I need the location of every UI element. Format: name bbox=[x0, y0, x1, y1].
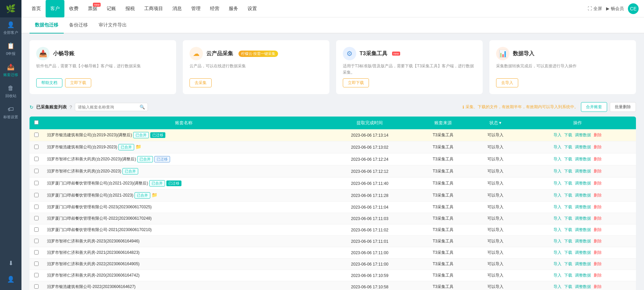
sidebar-item-tag-settings[interactable]: 🏷 标签设置 bbox=[0, 102, 21, 123]
action-导入[interactable]: 导入 bbox=[552, 238, 563, 244]
action-调整数据[interactable]: 调整数据 bbox=[574, 273, 592, 278]
refresh-icon[interactable]: ↻ bbox=[30, 104, 34, 110]
row-checkbox[interactable] bbox=[34, 169, 39, 173]
sidebar-item-recycle[interactable]: 🗑 回收站 bbox=[0, 81, 21, 102]
nav-account[interactable]: 记账 bbox=[102, 0, 121, 17]
row-checkbox[interactable] bbox=[34, 273, 39, 277]
action-导入[interactable]: 导入 bbox=[552, 180, 563, 186]
action-调整数据[interactable]: 调整数据 bbox=[574, 250, 592, 256]
action-下载[interactable]: 下载 bbox=[563, 144, 574, 150]
action-下载[interactable]: 下载 bbox=[563, 168, 574, 174]
action-下载[interactable]: 下载 bbox=[563, 204, 574, 210]
action-导入[interactable]: 导入 bbox=[552, 284, 563, 290]
action-调整数据[interactable]: 调整数据 bbox=[574, 132, 592, 138]
help-icon[interactable]: ? bbox=[69, 104, 72, 110]
member-button[interactable]: ▶ 畅会员 bbox=[606, 6, 624, 12]
action-调整数据[interactable]: 调整数据 bbox=[574, 180, 592, 186]
action-下载[interactable]: 下载 bbox=[563, 193, 574, 198]
nav-msg[interactable]: 消息 bbox=[168, 0, 186, 17]
action-删除[interactable]: 删除 bbox=[592, 193, 603, 198]
action-调整数据[interactable]: 调整数据 bbox=[574, 227, 592, 233]
sidebar-item-zero-report[interactable]: 📋 0申报 bbox=[0, 39, 21, 60]
help-doc-button[interactable]: 帮助文档 bbox=[36, 78, 62, 87]
action-导入[interactable]: 导入 bbox=[552, 144, 563, 150]
action-导入[interactable]: 导入 bbox=[552, 193, 563, 198]
action-导入[interactable]: 导入 bbox=[552, 168, 563, 174]
merge-button[interactable]: 合并账套 bbox=[581, 102, 607, 112]
nav-service[interactable]: 服务 bbox=[224, 0, 243, 17]
go-import-button[interactable]: 去导入 bbox=[496, 78, 518, 87]
action-删除[interactable]: 删除 bbox=[592, 180, 603, 186]
row-checkbox[interactable] bbox=[34, 145, 39, 149]
action-删除[interactable]: 删除 bbox=[592, 250, 603, 256]
action-删除[interactable]: 删除 bbox=[592, 273, 603, 278]
row-checkbox[interactable] bbox=[34, 193, 39, 197]
action-下载[interactable]: 下载 bbox=[563, 250, 574, 256]
tab-data-migrate[interactable]: 数据包迁移 bbox=[30, 17, 64, 33]
action-删除[interactable]: 删除 bbox=[592, 156, 603, 162]
action-下载[interactable]: 下载 bbox=[563, 216, 574, 221]
nav-customer[interactable]: 客户 bbox=[46, 0, 64, 17]
row-checkbox[interactable] bbox=[34, 239, 39, 243]
action-下载[interactable]: 下载 bbox=[563, 273, 574, 278]
action-删除[interactable]: 删除 bbox=[592, 238, 603, 244]
action-导入[interactable]: 导入 bbox=[552, 216, 563, 221]
t3-download-button[interactable]: 立即下载 bbox=[343, 78, 369, 87]
row-checkbox[interactable] bbox=[34, 157, 39, 161]
action-导入[interactable]: 导入 bbox=[552, 273, 563, 278]
action-下载[interactable]: 下载 bbox=[563, 284, 574, 290]
nav-settings[interactable]: 设置 bbox=[243, 0, 262, 17]
action-下载[interactable]: 下载 bbox=[563, 261, 574, 267]
go-collect-button[interactable]: 去采集 bbox=[190, 78, 212, 87]
batch-delete-button[interactable]: 批量删除 bbox=[610, 102, 636, 112]
action-删除[interactable]: 删除 bbox=[592, 144, 603, 150]
action-删除[interactable]: 删除 bbox=[592, 284, 603, 290]
action-调整数据[interactable]: 调整数据 bbox=[574, 238, 592, 244]
action-删除[interactable]: 删除 bbox=[592, 261, 603, 267]
tab-backup-migrate[interactable]: 备份迁移 bbox=[64, 17, 93, 33]
nav-manage[interactable]: 管理 bbox=[186, 0, 205, 17]
action-下载[interactable]: 下载 bbox=[563, 156, 574, 162]
action-调整数据[interactable]: 调整数据 bbox=[574, 156, 592, 162]
action-调整数据[interactable]: 调整数据 bbox=[574, 168, 592, 174]
row-checkbox[interactable] bbox=[34, 216, 39, 220]
action-删除[interactable]: 删除 bbox=[592, 216, 603, 221]
search-icon[interactable]: 🔍 bbox=[140, 104, 145, 110]
action-导入[interactable]: 导入 bbox=[552, 204, 563, 210]
sidebar-item-all-clients[interactable]: 👤 全部客户 bbox=[0, 17, 21, 39]
nav-ops[interactable]: 经营 bbox=[205, 0, 224, 17]
action-调整数据[interactable]: 调整数据 bbox=[574, 216, 592, 221]
action-下载[interactable]: 下载 bbox=[563, 132, 574, 138]
tab-audit-export[interactable]: 审计文件导出 bbox=[93, 17, 132, 33]
avatar[interactable]: CE bbox=[628, 3, 639, 14]
action-删除[interactable]: 删除 bbox=[592, 204, 603, 210]
sidebar-item-download[interactable]: ⬇ bbox=[7, 256, 15, 271]
action-调整数据[interactable]: 调整数据 bbox=[574, 284, 592, 290]
fullscreen-button[interactable]: ⛶ 全屏 bbox=[588, 6, 602, 12]
sidebar-item-user-bottom[interactable]: 👤 bbox=[7, 272, 15, 287]
action-调整数据[interactable]: 调整数据 bbox=[574, 193, 592, 198]
action-导入[interactable]: 导入 bbox=[552, 156, 563, 162]
action-下载[interactable]: 下载 bbox=[563, 227, 574, 233]
action-下载[interactable]: 下载 bbox=[563, 180, 574, 186]
action-下载[interactable]: 下载 bbox=[563, 238, 574, 244]
row-checkbox[interactable] bbox=[34, 205, 39, 209]
col-status[interactable]: 状态 ▾ bbox=[472, 117, 519, 129]
nav-fee[interactable]: 收费 bbox=[64, 0, 83, 17]
action-导入[interactable]: 导入 bbox=[552, 132, 563, 138]
action-删除[interactable]: 删除 bbox=[592, 132, 603, 138]
action-导入[interactable]: 导入 bbox=[552, 261, 563, 267]
nav-tax[interactable]: 报税 bbox=[121, 0, 140, 17]
row-checkbox[interactable] bbox=[34, 284, 39, 289]
download-now-button[interactable]: 立即下载 bbox=[65, 78, 91, 87]
action-调整数据[interactable]: 调整数据 bbox=[574, 144, 592, 150]
row-checkbox[interactable] bbox=[34, 227, 39, 232]
row-checkbox[interactable] bbox=[34, 181, 39, 185]
nav-invoice[interactable]: 票据 new bbox=[83, 0, 102, 17]
sidebar-item-account-transfer[interactable]: 📤 账套迁移 bbox=[0, 60, 21, 81]
action-删除[interactable]: 删除 bbox=[592, 168, 603, 174]
action-导入[interactable]: 导入 bbox=[552, 250, 563, 256]
row-checkbox[interactable] bbox=[34, 133, 39, 137]
row-checkbox[interactable] bbox=[34, 250, 39, 255]
nav-home[interactable]: 首页 bbox=[27, 0, 46, 17]
